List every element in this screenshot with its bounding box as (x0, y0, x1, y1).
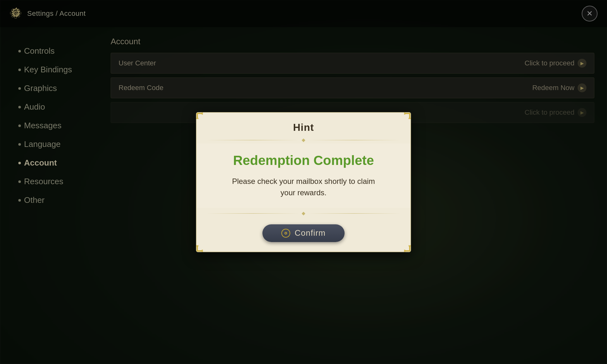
confirm-label: Confirm (295, 228, 326, 238)
svg-rect-8 (404, 250, 405, 252)
divider-line (307, 140, 401, 140)
redemption-message: Please check your mailbox shortly to cla… (228, 176, 379, 198)
divider-dot (302, 212, 305, 215)
dialog-body: Redemption Complete Please check your ma… (197, 143, 410, 208)
confirm-icon-inner (285, 232, 287, 234)
svg-rect-9 (408, 245, 411, 246)
top-divider (197, 139, 410, 142)
confirm-icon (281, 229, 290, 238)
corner-decoration-bl (196, 238, 210, 252)
svg-rect-6 (202, 250, 203, 252)
dialog-header: Hint (197, 113, 410, 137)
dialog-footer: Confirm (197, 219, 410, 252)
redemption-title: Redemption Complete (233, 153, 374, 168)
modal-overlay: Hint Redemption Complete Please check yo… (0, 0, 607, 364)
divider-line (206, 140, 300, 140)
confirm-button[interactable]: Confirm (262, 224, 345, 242)
divider-line (206, 213, 300, 214)
svg-rect-7 (196, 245, 199, 246)
corner-decoration-br (397, 238, 411, 252)
bottom-divider (197, 210, 410, 217)
dialog-title: Hint (293, 122, 314, 133)
hint-dialog: Hint Redemption Complete Please check yo… (196, 112, 411, 252)
divider-line (307, 213, 401, 214)
divider-dot-left (302, 138, 305, 142)
